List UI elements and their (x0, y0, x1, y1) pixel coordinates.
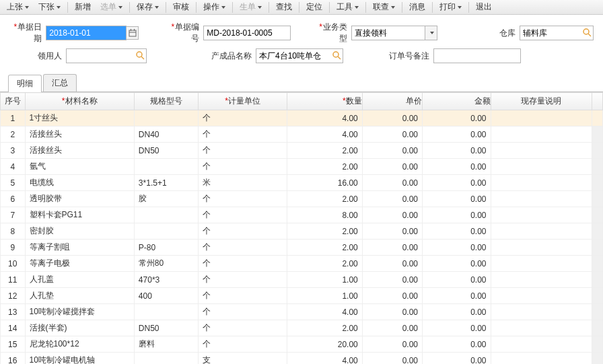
order-input[interactable] (433, 48, 521, 63)
cell-price[interactable]: 0.00 (362, 126, 422, 143)
cell-unit[interactable]: 个 (199, 191, 287, 207)
cell-qty[interactable]: 2.00 (287, 143, 363, 159)
toolbar-退出[interactable]: 退出 (472, 1, 496, 14)
cell-amt[interactable]: 0.00 (423, 272, 491, 288)
cell-amt[interactable]: 0.00 (423, 143, 491, 159)
table-row[interactable]: 11人孔盖470*3个1.000.000.00 (1, 272, 603, 288)
cell-name[interactable]: 透明胶带 (25, 191, 134, 207)
cell-qty[interactable]: 4.00 (287, 304, 363, 320)
cell-seq[interactable]: 10 (1, 256, 26, 272)
col-amt[interactable]: 金额 (423, 93, 491, 110)
cell-amt[interactable]: 0.00 (423, 288, 491, 304)
toolbar-操作[interactable]: 操作 (199, 1, 229, 14)
cell-price[interactable]: 0.00 (362, 159, 422, 175)
cell-name[interactable]: 氩气 (25, 159, 134, 175)
cell-seq[interactable]: 8 (1, 223, 26, 240)
cell-name[interactable]: 10吨制冷罐搅拌套 (25, 304, 134, 320)
cell-stock[interactable] (491, 159, 592, 175)
biz-input[interactable] (351, 26, 425, 40)
cell-name[interactable]: 尼龙轮100*12 (25, 336, 134, 353)
cell-price[interactable]: 0.00 (362, 336, 422, 353)
cell-price[interactable]: 0.00 (362, 240, 422, 256)
cell-amt[interactable]: 0.00 (423, 126, 491, 143)
cell-stock[interactable] (491, 353, 592, 365)
cell-name[interactable]: 活接丝头 (25, 126, 134, 143)
search-icon[interactable] (582, 28, 592, 37)
cell-price[interactable]: 0.00 (362, 320, 422, 336)
col-name[interactable]: 材料名称 (25, 93, 134, 110)
cell-seq[interactable]: 7 (1, 207, 26, 223)
cell-amt[interactable]: 0.00 (423, 353, 491, 365)
cell-seq[interactable]: 11 (1, 272, 26, 288)
cell-name[interactable]: 塑料卡套PG11 (25, 207, 134, 223)
cell-amt[interactable]: 0.00 (423, 159, 491, 175)
cell-seq[interactable]: 12 (1, 288, 26, 304)
cell-qty[interactable]: 2.00 (287, 240, 363, 256)
cell-seq[interactable]: 5 (1, 175, 26, 191)
search-icon[interactable] (135, 50, 145, 60)
date-input[interactable] (46, 26, 127, 40)
cell-unit[interactable]: 个 (199, 272, 287, 288)
cell-spec[interactable] (134, 353, 198, 365)
cell-spec[interactable]: 3*1.5+1 (134, 175, 198, 191)
cell-price[interactable]: 0.00 (362, 304, 422, 320)
cell-name[interactable]: 密封胶 (25, 223, 134, 240)
table-row[interactable]: 7塑料卡套PG11个8.000.000.00 (1, 207, 603, 223)
cell-spec[interactable]: DN40 (134, 126, 198, 143)
cell-stock[interactable] (491, 175, 592, 191)
cell-seq[interactable]: 4 (1, 159, 26, 175)
cell-amt[interactable]: 0.00 (423, 240, 491, 256)
cell-price[interactable]: 0.00 (362, 110, 422, 126)
cell-stock[interactable] (491, 126, 592, 143)
cell-name[interactable]: 人孔垫 (25, 288, 134, 304)
cell-name[interactable]: 等离子电极 (25, 256, 134, 272)
cell-seq[interactable]: 6 (1, 191, 26, 207)
cell-stock[interactable] (491, 320, 592, 336)
cell-spec[interactable] (134, 110, 198, 126)
cell-seq[interactable]: 15 (1, 336, 26, 353)
cell-amt[interactable]: 0.00 (423, 320, 491, 336)
cell-price[interactable]: 0.00 (362, 143, 422, 159)
col-qty[interactable]: 数量 (287, 93, 363, 110)
toolbar-查找[interactable]: 查找 (272, 1, 296, 14)
cell-name[interactable]: 等离子割咀 (25, 240, 134, 256)
cell-amt[interactable]: 0.00 (423, 304, 491, 320)
cell-seq[interactable]: 14 (1, 320, 26, 336)
toolbar-消息[interactable]: 消息 (405, 1, 429, 14)
cell-stock[interactable] (491, 304, 592, 320)
cell-amt[interactable]: 0.00 (423, 110, 491, 126)
cell-stock[interactable] (491, 223, 592, 240)
cell-qty[interactable]: 20.00 (287, 336, 363, 353)
cell-unit[interactable]: 米 (199, 175, 287, 191)
table-row[interactable]: 5电缆线3*1.5+1米16.000.000.00 (1, 175, 603, 191)
cell-qty[interactable]: 2.00 (287, 320, 363, 336)
cell-seq[interactable]: 2 (1, 126, 26, 143)
table-row[interactable]: 1610吨制冷罐电机轴支4.000.000.00 (1, 353, 603, 365)
cell-qty[interactable]: 2.00 (287, 159, 363, 175)
cell-price[interactable]: 0.00 (362, 175, 422, 191)
cell-stock[interactable] (491, 288, 592, 304)
cell-unit[interactable]: 个 (199, 240, 287, 256)
toolbar-上张[interactable]: 上张 (3, 1, 33, 14)
cell-stock[interactable] (491, 256, 592, 272)
cell-qty[interactable]: 2.00 (287, 256, 363, 272)
dropdown-icon[interactable] (425, 26, 437, 40)
cell-stock[interactable] (491, 110, 592, 126)
cell-spec[interactable] (134, 223, 198, 240)
cell-unit[interactable]: 个 (199, 288, 287, 304)
cell-spec[interactable] (134, 304, 198, 320)
col-stock[interactable]: 现存量说明 (491, 93, 592, 110)
cell-stock[interactable] (491, 191, 592, 207)
cell-spec[interactable] (134, 159, 198, 175)
cell-name[interactable]: 人孔盖 (25, 272, 134, 288)
cell-stock[interactable] (491, 143, 592, 159)
cell-stock[interactable] (491, 336, 592, 353)
cell-spec[interactable]: 常州80 (134, 256, 198, 272)
user-input[interactable] (66, 48, 147, 63)
cell-seq[interactable]: 13 (1, 304, 26, 320)
cell-seq[interactable]: 16 (1, 353, 26, 365)
table-row[interactable]: 10等离子电极常州80个2.000.000.00 (1, 256, 603, 272)
col-price[interactable]: 单价 (362, 93, 422, 110)
cell-unit[interactable]: 个 (199, 320, 287, 336)
table-row[interactable]: 11寸丝头个4.000.000.00 (1, 110, 603, 126)
